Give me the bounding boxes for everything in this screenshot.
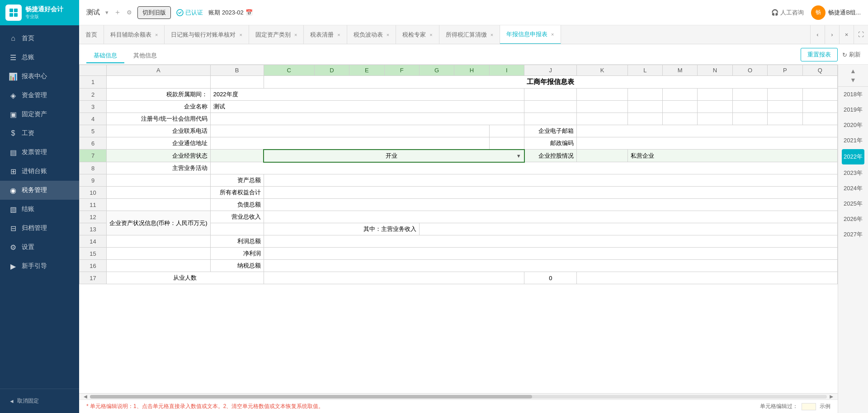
cell-6-K[interactable] [577, 137, 838, 150]
cell-16-A[interactable] [107, 260, 211, 272]
cell-3-M[interactable] [662, 101, 697, 113]
help-button[interactable]: 🎧 人工咨询 [771, 9, 804, 17]
tab-income-tax[interactable]: 所得税汇算清缴 × [439, 25, 500, 44]
year-item-2023[interactable]: 2023年 [838, 165, 868, 181]
cell-15-A[interactable] [107, 248, 211, 260]
cell-9-C[interactable] [264, 174, 838, 187]
cell-1-B[interactable] [210, 76, 264, 89]
sidebar-item-invoice[interactable]: ▤ 发票管理 [0, 143, 79, 162]
col-header-K[interactable]: K [577, 65, 627, 76]
sub-tab-basic-info[interactable]: 基础信息 [86, 49, 124, 63]
year-item-2018[interactable]: 2018年 [838, 87, 868, 102]
cell-4-L[interactable] [627, 113, 662, 125]
year-item-2020[interactable]: 2020年 [838, 117, 868, 133]
cell-16-C[interactable] [264, 260, 838, 272]
tab-tax-fluctuation[interactable]: 税负波动表 × [347, 25, 396, 44]
scroll-right-button[interactable]: ► [827, 393, 836, 400]
cell-7-C-dropdown[interactable]: 开业 ▼ [264, 150, 524, 162]
col-header-G[interactable]: G [419, 65, 454, 76]
year-item-2024[interactable]: 2024年 [838, 181, 868, 196]
cell-15-C[interactable] [264, 248, 838, 260]
cell-15-B[interactable]: 净利润 [210, 248, 264, 260]
reset-report-button[interactable]: 重置报表 [801, 48, 838, 61]
cell-7-L[interactable]: 私营企业 [627, 150, 838, 162]
cell-6-I[interactable] [489, 137, 524, 150]
col-header-N[interactable]: N [698, 65, 732, 76]
tab-expand-button[interactable]: ⛶ [854, 25, 868, 44]
cell-4-N[interactable] [698, 113, 732, 125]
cell-2-A[interactable]: 税款所属期间： [107, 89, 211, 101]
user-menu-button[interactable]: 畅 畅捷通B组... [811, 5, 861, 20]
tab-close-icon[interactable]: × [491, 32, 493, 38]
cell-5-J[interactable]: 企业电子邮箱 [524, 125, 577, 137]
cell-6-A[interactable]: 企业通信地址 [107, 137, 211, 150]
cell-12-B[interactable]: 营业总收入 [210, 211, 264, 223]
tab-close-icon[interactable]: × [155, 32, 158, 38]
cell-2-Q[interactable] [802, 89, 838, 101]
cell-11-A[interactable] [107, 199, 211, 211]
tab-subject-balance[interactable]: 科目辅助余额表 × [104, 25, 165, 44]
sidebar-item-reports[interactable]: 📊 报表中心 [0, 67, 79, 86]
col-header-H[interactable]: H [454, 65, 489, 76]
cell-3-B[interactable]: 测试 [210, 101, 524, 113]
col-header-P[interactable]: P [768, 65, 802, 76]
tab-annual-report[interactable]: 年报信息申报表 × [500, 25, 561, 44]
year-item-2026[interactable]: 2026年 [838, 211, 868, 227]
cell-2-M[interactable] [662, 89, 697, 101]
sidebar-item-assets[interactable]: ▣ 固定资产 [0, 105, 79, 124]
cell-4-O[interactable] [732, 113, 767, 125]
col-header-M[interactable]: M [662, 65, 697, 76]
sidebar-item-ledger[interactable]: ☰ 总账 [0, 48, 79, 67]
year-item-2027[interactable]: 2027年 [838, 227, 868, 242]
cell-16-B[interactable]: 纳税总额 [210, 260, 264, 272]
sidebar-item-settle[interactable]: ▧ 结账 [0, 200, 79, 219]
tab-close-all-button[interactable]: × [839, 25, 854, 44]
cell-5-K[interactable] [577, 125, 838, 137]
sidebar-item-guide[interactable]: ▶ 新手引导 [0, 257, 79, 276]
year-panel-scroll-up-button[interactable]: ▲ [849, 66, 857, 75]
col-header-Q[interactable]: Q [802, 65, 838, 76]
tab-close-icon[interactable]: × [551, 32, 554, 37]
cell-13-G[interactable] [419, 223, 837, 235]
cell-2-B[interactable]: 2022年度 [210, 89, 524, 101]
cell-8-B[interactable] [210, 162, 837, 174]
sidebar-item-archive[interactable]: ⊟ 归档管理 [0, 219, 79, 238]
sidebar-item-settings[interactable]: ⚙ 设置 [0, 238, 79, 257]
year-item-2021[interactable]: 2021年 [838, 133, 868, 148]
settings-icon[interactable]: ⚙ [127, 9, 132, 16]
sub-tab-other-info[interactable]: 其他信息 [126, 49, 164, 63]
add-icon[interactable]: ＋ [114, 8, 121, 17]
year-item-2022[interactable]: 2022年 [842, 149, 864, 164]
scroll-left-button[interactable]: ◄ [81, 393, 90, 400]
tab-close-icon[interactable]: × [337, 32, 340, 38]
year-item-2019[interactable]: 2019年 [838, 102, 868, 117]
cell-17-C[interactable] [264, 272, 524, 284]
col-header-E[interactable]: E [349, 65, 384, 76]
tab-journal-bank[interactable]: 日记账与银行对账单核对 × [165, 25, 249, 44]
tab-nav-next-button[interactable]: › [825, 25, 839, 44]
sidebar-item-salary[interactable]: $ 工资 [0, 124, 79, 143]
switch-version-button[interactable]: 切到旧版 [137, 6, 171, 19]
col-header-C[interactable]: C [264, 65, 314, 76]
cell-3-Q[interactable] [802, 101, 838, 113]
cell-2-O[interactable] [732, 89, 767, 101]
cell-11-B[interactable]: 负债总额 [210, 199, 264, 211]
tab-close-icon[interactable]: × [294, 32, 297, 38]
cell-4-J[interactable] [524, 113, 577, 125]
cell-9-A[interactable] [107, 174, 211, 187]
cell-10-B[interactable]: 所有者权益合计 [210, 187, 264, 199]
col-header-F[interactable]: F [384, 65, 419, 76]
cell-13-C[interactable]: 其中：主营业务收入 [264, 223, 419, 235]
cell-4-A[interactable]: 注册号/统一社会信用代码 [107, 113, 211, 125]
tab-tax-table[interactable]: 税表清册 × [304, 25, 347, 44]
spreadsheet-area[interactable]: A B C D E F G H I J [79, 65, 838, 393]
cell-4-Q[interactable] [802, 113, 838, 125]
sidebar-item-purchase[interactable]: ⊞ 进销台账 [0, 162, 79, 181]
cell-11-C[interactable] [264, 199, 838, 211]
cell-2-L[interactable] [627, 89, 662, 101]
horizontal-scrollbar[interactable]: ◄ ► [79, 393, 838, 399]
tab-nav-prev-button[interactable]: ‹ [810, 25, 825, 44]
tab-close-icon[interactable]: × [429, 32, 432, 38]
cell-12-C[interactable] [264, 211, 838, 223]
cell-6-B[interactable] [210, 137, 489, 150]
